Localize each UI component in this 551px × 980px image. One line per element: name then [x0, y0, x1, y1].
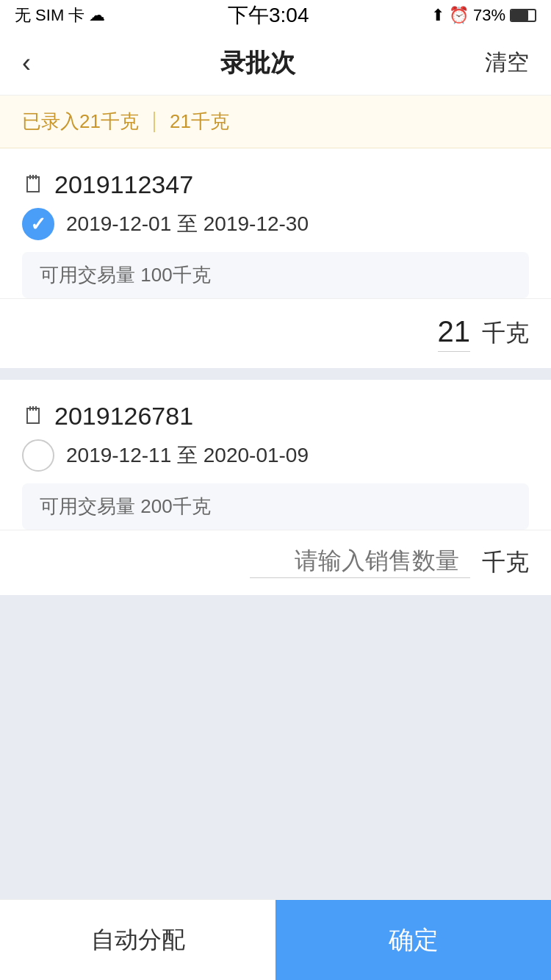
info-divider: [154, 112, 155, 132]
separator-1: [0, 368, 551, 380]
batch-date-1: 2019-12-01 至 2019-12-30: [66, 210, 309, 238]
entered-label: 已录入21千克: [22, 109, 139, 134]
batch-qty-text-1: 可用交易量 100千克: [40, 264, 211, 286]
amount-row-1: 21 千克: [0, 298, 551, 368]
batch-icon-1: 🗒: [22, 171, 46, 198]
clear-button[interactable]: 清空: [485, 48, 529, 78]
status-right: ⬆ ⏰ 73%: [431, 6, 536, 25]
batch-card-1: 🗒 2019112347 2019-12-01 至 2019-12-30 可用交…: [0, 148, 551, 298]
batch-date-row-2: 2019-12-11 至 2020-01-09: [22, 439, 529, 472]
batch-header-2: 🗒 2019126781: [22, 402, 529, 430]
radio-button-1[interactable]: [22, 208, 54, 240]
battery-indicator: [510, 9, 536, 22]
batch-date-row-1: 2019-12-01 至 2019-12-30: [22, 208, 529, 240]
input-row-2: 千克: [0, 530, 551, 595]
battery-text: 73%: [473, 6, 505, 25]
batch-qty-bar-2: 可用交易量 200千克: [22, 483, 529, 530]
no-sim-text: 无 SIM 卡 ☁: [15, 4, 105, 26]
status-bar: 无 SIM 卡 ☁ 下午3:04 ⬆ ⏰ 73%: [0, 0, 551, 31]
battery-icon: ⬆: [431, 6, 444, 25]
alarm-icon: ⏰: [449, 6, 469, 25]
amount-value-1: 21: [438, 315, 471, 352]
info-value: 21千克: [170, 109, 229, 134]
status-left: 无 SIM 卡 ☁: [15, 4, 105, 26]
batch-number-1: 2019112347: [54, 170, 193, 199]
batch-number-2: 2019126781: [54, 402, 193, 430]
qty-input-2[interactable]: [250, 547, 470, 578]
confirm-button[interactable]: 确定: [276, 900, 551, 980]
batch-qty-text-2: 可用交易量 200千克: [40, 495, 211, 517]
nav-bar: ‹ 录批次 清空: [0, 31, 551, 96]
input-unit-2: 千克: [482, 547, 529, 579]
batch-date-2: 2019-12-11 至 2020-01-09: [66, 442, 309, 469]
back-button[interactable]: ‹: [22, 48, 31, 79]
radio-button-2[interactable]: [22, 439, 54, 472]
status-time: 下午3:04: [228, 1, 309, 29]
batch-header-1: 🗒 2019112347: [22, 170, 529, 199]
info-bar: 已录入21千克 21千克: [0, 96, 551, 148]
page-title: 录批次: [220, 46, 295, 80]
gray-area: [0, 595, 551, 918]
amount-unit-1: 千克: [482, 317, 529, 350]
batch-qty-bar-1: 可用交易量 100千克: [22, 252, 529, 298]
bottom-bar: 自动分配 确定: [0, 899, 551, 980]
batch-card-2: 🗒 2019126781 2019-12-11 至 2020-01-09 可用交…: [0, 380, 551, 530]
batch-icon-2: 🗒: [22, 403, 46, 430]
auto-distribute-button[interactable]: 自动分配: [0, 900, 276, 980]
